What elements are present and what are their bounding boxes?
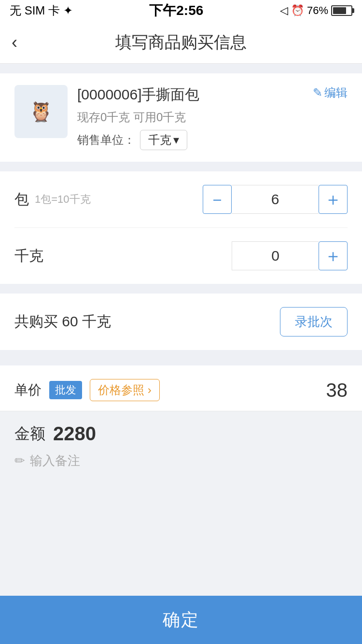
bag-text: 包 <box>14 190 29 210</box>
status-left: 无 SIM 卡 ✦ <box>10 3 73 18</box>
product-image: 🦉 <box>14 85 68 138</box>
bag-plus-button[interactable]: ＋ <box>319 185 348 214</box>
nav-bar: ‹ 填写商品购买信息 <box>0 21 362 64</box>
note-icon: ✏ <box>14 453 25 468</box>
kg-label: 千克 <box>14 246 43 266</box>
confirm-button[interactable]: 确定 <box>0 596 362 644</box>
back-button[interactable]: ‹ <box>12 32 17 53</box>
unit-value: 千克 <box>148 132 171 148</box>
unit-select[interactable]: 千克 ▾ <box>140 130 187 150</box>
edit-button[interactable]: ✎ 编辑 <box>313 85 348 100</box>
bag-hint: 1包=10千克 <box>35 192 91 207</box>
price-ref-button[interactable]: 价格参照 › <box>90 379 160 401</box>
price-label: 单价 <box>14 381 42 399</box>
product-card: 🦉 [0000006]手撕面包 现存0千克 可用0千克 销售单位： 千克 ▾ ✎… <box>0 73 362 162</box>
batch-button[interactable]: 录批次 <box>280 307 348 336</box>
sim-label: 无 SIM 卡 ✦ <box>10 3 73 18</box>
product-name: [0000006]手撕面包 <box>77 85 348 105</box>
status-right: ◁ ⏰ 76% <box>280 4 352 17</box>
edit-icon: ✎ <box>313 86 322 99</box>
kg-text: 千克 <box>14 246 43 266</box>
divider-input <box>0 284 362 294</box>
price-value: 38 <box>326 379 348 401</box>
dropdown-icon: ▾ <box>173 133 179 147</box>
status-bar: 无 SIM 卡 ✦ 下午2:56 ◁ ⏰ 76% <box>0 0 362 21</box>
page-title: 填写商品购买信息 <box>115 31 247 54</box>
amount-label: 金额 <box>14 423 45 445</box>
bag-quantity-input[interactable] <box>232 185 319 214</box>
summary-text: 共购买 60 千克 <box>14 312 111 332</box>
product-unit-row: 销售单位： 千克 ▾ <box>77 130 348 150</box>
battery-icon <box>331 5 352 16</box>
product-stock: 现存0千克 可用0千克 <box>77 110 348 125</box>
bag-controls: － ＋ <box>203 185 348 214</box>
divider-top <box>0 64 362 73</box>
divider-product <box>0 162 362 171</box>
note-placeholder: 输入备注 <box>30 452 80 469</box>
product-logo-icon: 🦉 <box>29 100 53 123</box>
battery-percent: 76% <box>307 4 328 17</box>
amount-value: 2280 <box>53 423 96 445</box>
bag-row: 包 1包=10千克 － ＋ <box>14 171 348 228</box>
unit-label: 销售单位： <box>77 132 135 148</box>
amount-row: 金额 2280 <box>14 423 348 445</box>
product-info: [0000006]手撕面包 现存0千克 可用0千克 销售单位： 千克 ▾ <box>77 85 348 150</box>
input-section: 包 1包=10千克 － ＋ 千克 ＋ <box>0 171 362 284</box>
status-time: 下午2:56 <box>149 1 203 20</box>
amount-section: 金额 2280 ✏ 输入备注 <box>0 411 362 481</box>
alarm-icon: ⏰ <box>291 4 304 17</box>
note-row[interactable]: ✏ 输入备注 <box>14 452 348 469</box>
price-row: 单价 批发 价格参照 › 38 <box>14 379 348 401</box>
bag-minus-button[interactable]: － <box>203 185 232 214</box>
edit-label: 编辑 <box>324 85 348 100</box>
kg-quantity-input[interactable] <box>232 241 319 270</box>
kg-row: 千克 ＋ <box>14 228 348 284</box>
kg-controls: ＋ <box>232 241 348 270</box>
bag-label: 包 1包=10千克 <box>14 190 91 210</box>
price-section: 单价 批发 价格参照 › 38 <box>0 360 362 411</box>
summary-section: 共购买 60 千克 录批次 <box>0 294 362 350</box>
kg-plus-button[interactable]: ＋ <box>319 241 348 270</box>
divider-summary <box>0 350 362 360</box>
price-tag: 批发 <box>49 381 82 399</box>
location-icon: ◁ <box>280 4 288 17</box>
